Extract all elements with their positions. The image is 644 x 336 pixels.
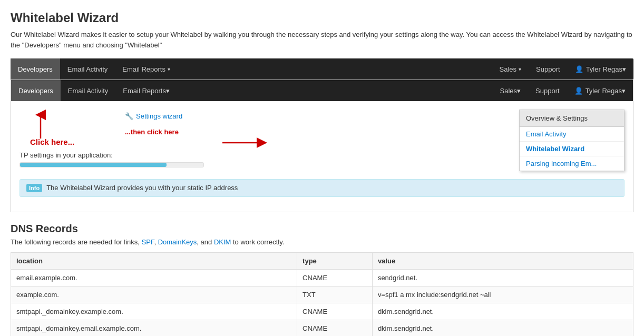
settings-wizard-link[interactable]: 🔧 Settings wizard bbox=[125, 112, 182, 120]
inner-nav-sales[interactable]: Sales ▾ bbox=[493, 80, 529, 101]
cell-value: sendgrid.net. bbox=[372, 270, 633, 286]
cell-type: CNAME bbox=[297, 320, 373, 337]
intro-text: Our Whitelabel Wizard makes it easier to… bbox=[11, 29, 633, 50]
inner-user-name: Tyler Regas bbox=[586, 87, 622, 95]
inner-nav-support[interactable]: Support bbox=[528, 80, 567, 101]
inner-caret-email-reports: ▾ bbox=[166, 87, 170, 95]
inner-nav-bar: Developers Email Activity Email Reports … bbox=[11, 80, 633, 101]
tp-settings-area: TP settings in your application: bbox=[19, 146, 204, 173]
cell-location: smtpapi._domainkey.example.com. bbox=[11, 303, 297, 320]
inner-nav-user[interactable]: 👤 Tyler Regas ▾ bbox=[567, 80, 633, 101]
nav-item-email-activity[interactable]: Email Activity bbox=[60, 58, 115, 80]
caret-icon: ▾ bbox=[168, 66, 170, 72]
dropdown-item-parsing[interactable]: Parsing Incoming Em... bbox=[520, 156, 624, 171]
inner-nav-email-reports[interactable]: Email Reports ▾ bbox=[115, 80, 177, 101]
page-title: Whitelabel Wizard bbox=[11, 11, 633, 25]
arrow-right-area bbox=[220, 135, 272, 152]
arrow-right-icon bbox=[220, 135, 272, 151]
inner-nav-developers[interactable]: Developers bbox=[11, 80, 61, 101]
inner-user-caret-icon: ▾ bbox=[622, 87, 626, 95]
cell-type: CNAME bbox=[297, 270, 373, 286]
inner-nav-email-activity[interactable]: Email Activity bbox=[61, 80, 116, 101]
info-box-top: Info The Whitelabel Wizard provides you … bbox=[19, 179, 625, 197]
dkim-link[interactable]: DKIM bbox=[214, 238, 231, 246]
inner-caret-sales: ▾ bbox=[517, 87, 521, 95]
click-here-annotation: Click here... bbox=[30, 110, 74, 146]
table-row: smtpapi._domainkey.email.example.com.CNA… bbox=[11, 320, 633, 337]
user-icon: 👤 bbox=[575, 65, 583, 73]
cell-value: dkim.sendgrid.net. bbox=[372, 320, 633, 337]
tp-settings-label: TP settings in your application: bbox=[19, 151, 204, 159]
progress-bar bbox=[19, 162, 204, 167]
dns-section: DNS Records The following records are ne… bbox=[11, 223, 633, 336]
cell-location: example.com. bbox=[11, 286, 297, 303]
dns-description: The following records are needed for lin… bbox=[11, 238, 633, 246]
settings-wizard-icon: 🔧 bbox=[125, 112, 133, 120]
dropdown-panel-header: Overview & Settings bbox=[520, 110, 624, 127]
col-header-value: value bbox=[372, 253, 633, 270]
info-badge-top: Info bbox=[26, 184, 42, 192]
click-here-label: Click here... bbox=[30, 137, 74, 146]
inner-user-icon: 👤 bbox=[574, 87, 583, 95]
table-row: smtpapi._domainkey.example.com.CNAMEdkim… bbox=[11, 303, 633, 320]
cell-value: v=spf1 a mx include:sendgrid.net ~all bbox=[372, 286, 633, 303]
dns-title: DNS Records bbox=[11, 223, 633, 235]
nav-item-email-reports[interactable]: Email Reports ▾ bbox=[115, 58, 178, 80]
progress-bar-fill bbox=[20, 163, 167, 167]
table-row: example.com.TXTv=spf1 a mx include:sendg… bbox=[11, 286, 633, 303]
table-row: email.example.com.CNAMEsendgrid.net. bbox=[11, 270, 633, 286]
info-text-top: The Whitelabel Wizard provides you with … bbox=[46, 184, 238, 192]
user-caret-icon: ▾ bbox=[622, 65, 626, 73]
nav-user[interactable]: 👤 Tyler Regas ▾ bbox=[568, 58, 633, 80]
cell-type: CNAME bbox=[297, 303, 373, 320]
nav-item-sales[interactable]: Sales ▾ bbox=[492, 58, 529, 80]
cell-value: dkim.sendgrid.net. bbox=[372, 303, 633, 320]
sales-caret-icon: ▾ bbox=[519, 66, 521, 72]
col-header-location: location bbox=[11, 253, 297, 270]
spf-link[interactable]: SPF bbox=[142, 238, 154, 246]
user-name: Tyler Regas bbox=[586, 65, 622, 73]
arrow-up-icon bbox=[30, 110, 62, 141]
domainkeys-link[interactable]: DomainKeys bbox=[158, 238, 197, 246]
annotation-row: Click here... 🔧 Settings wizard ...then … bbox=[19, 110, 625, 173]
dns-table: location type value email.example.com.CN… bbox=[11, 252, 633, 336]
settings-wizard-area: 🔧 Settings wizard bbox=[125, 112, 182, 120]
col-header-type: type bbox=[297, 253, 373, 270]
cell-location: smtpapi._domainkey.email.example.com. bbox=[11, 320, 297, 337]
outer-nav-bar: Developers Email Activity Email Reports … bbox=[11, 58, 633, 80]
settings-wizard-label: Settings wizard bbox=[136, 112, 182, 120]
cell-type: TXT bbox=[297, 286, 373, 303]
dropdown-item-email-activity[interactable]: Email Activity bbox=[520, 127, 624, 142]
dropdown-panel: Overview & Settings Email Activity White… bbox=[519, 110, 625, 171]
cell-location: email.example.com. bbox=[11, 270, 297, 286]
dropdown-item-whitelabel-wizard[interactable]: Whitelabel Wizard bbox=[520, 142, 624, 156]
screenshot-area: Developers Email Activity Email Reports … bbox=[11, 80, 633, 212]
nav-item-developers[interactable]: Developers bbox=[11, 58, 60, 80]
nav-item-support[interactable]: Support bbox=[529, 58, 568, 80]
then-click-label: ...then click here bbox=[125, 128, 179, 136]
screenshot-content: Click here... 🔧 Settings wizard ...then … bbox=[11, 101, 633, 212]
